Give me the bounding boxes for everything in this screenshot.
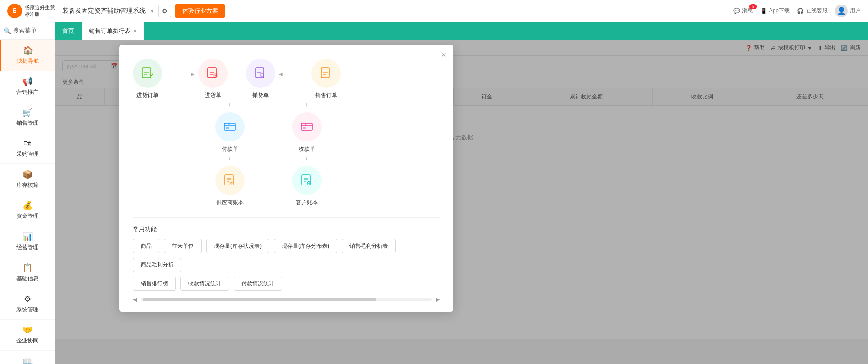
purchase-icon: 🛍 [23, 139, 32, 148]
purchase-bill-column: ↓ ¥ [215, 101, 245, 206]
sidebar-search[interactable]: 🔍 搜索菜单 [0, 22, 55, 40]
flow-node-receipt[interactable]: ¥ 收款单 [292, 112, 322, 153]
message-button[interactable]: 💬 消息 5 [733, 7, 753, 15]
system-icon: ⚙ [24, 294, 31, 304]
page-content: ❓ 帮助 🖨 按模板打印 ▼ ⬆ 导出 🔄 刷新 [55, 40, 868, 364]
arrow-down-pay: ↓ [229, 155, 231, 166]
func-btn-goods-profit[interactable]: 商品毛利分析 [133, 258, 181, 272]
sidebar-item-label: 基础信息 [16, 275, 38, 283]
basic-icon: 📋 [22, 263, 33, 273]
func-btn-receipt-stats[interactable]: 收款情况统计 [180, 277, 229, 291]
sales-order-circle [311, 59, 341, 88]
finance-icon: 💰 [22, 201, 33, 211]
svg-text:¥: ¥ [228, 123, 230, 126]
svg-rect-27 [301, 123, 312, 130]
modal-close-button[interactable]: × [441, 50, 446, 60]
func-btn-sales-rank[interactable]: 销售排行榜 [133, 277, 176, 291]
search-icon: 🔍 [4, 27, 11, 34]
receipt-circle: ¥ [292, 112, 322, 141]
sidebar-item-label: 资金管理 [16, 212, 38, 220]
common-functions-title: 常用功能 [133, 225, 440, 234]
sidebar-item-sales[interactable]: 🛒 销售管理 [0, 102, 55, 133]
user-button[interactable]: 👤 用户 [835, 5, 861, 17]
top-bar: 6 畅康通好生意 标准版 装备及固定资产辅助管理系统 ▼ ⚙ 体验行业方案 💬 … [0, 0, 868, 22]
flow-node-sales-order[interactable]: 销售订单 [311, 59, 341, 99]
flow-section-left: 进货订单 ▶ [133, 59, 341, 206]
sidebar-item-system[interactable]: ⚙ 系统管理 [0, 288, 55, 320]
payment-label: 付款单 [222, 145, 238, 153]
sidebar-item-collab[interactable]: 🤝 企业协同 [0, 320, 55, 351]
sidebar-item-quick-nav[interactable]: 🏠 快捷导航 [0, 40, 55, 71]
arrow-down-pb: ↓ [229, 101, 231, 112]
home-tab-label: 首页 [62, 27, 74, 35]
user-label: 用户 [850, 7, 861, 15]
sales-bill-column: ↓ ¥ [292, 101, 322, 206]
flow-node-customer-account[interactable]: 客户账本 [292, 166, 322, 206]
sidebar-item-operations[interactable]: 📊 经营管理 [0, 226, 55, 257]
message-badge: 5 [749, 4, 757, 9]
func-btn-goods[interactable]: 商品 [133, 239, 159, 253]
sales-order-tab-label: 销售订单执行表 [89, 27, 131, 35]
inventory-icon: 📦 [22, 169, 33, 179]
svg-text:+: + [214, 74, 217, 78]
tab-close-icon[interactable]: × [133, 28, 136, 34]
app-download-button[interactable]: 📱 App下载 [760, 7, 790, 15]
sidebar-item-basic[interactable]: 📋 基础信息 [0, 257, 55, 288]
logo-icon: 6 [7, 4, 22, 18]
flow-node-purchase-order[interactable]: 进货订单 [133, 59, 162, 99]
top-bar-right: 💬 消息 5 📱 App下载 🎧 在线客服 👤 用户 [733, 5, 861, 17]
modal-overlay: × [55, 40, 868, 364]
gear-button[interactable]: ⚙ [158, 5, 171, 17]
modal-box: × [119, 45, 453, 312]
sidebar-item-purchase[interactable]: 🛍 采购管理 [0, 133, 55, 164]
arrow-so-sb: ◀ [275, 71, 311, 76]
customer-account-circle [292, 166, 322, 195]
flow-diagram: 进货订单 ▶ [133, 59, 440, 206]
func-btn-contacts[interactable]: 往来单位 [164, 239, 202, 253]
scroll-nav: ◀ ▶ [133, 296, 440, 303]
common-functions: 常用功能 商品 往来单位 现存量(库存状况表) 现存量(库存分布表) 销售毛利分… [133, 217, 440, 291]
sidebar-item-label: 快捷导航 [17, 57, 39, 65]
scrollbar-track[interactable] [141, 298, 432, 301]
sidebar-item-inventory[interactable]: 📦 库存核算 [0, 164, 55, 195]
operations-icon: 📊 [22, 232, 33, 242]
sidebar-item-label: 营销推广 [16, 88, 38, 96]
sidebar-item-label: 企业协同 [16, 337, 38, 345]
top-bar-main: 装备及固定资产辅助管理系统 ▼ ⚙ 体验行业方案 [62, 4, 733, 18]
arrow-down-receipt: ↓ [306, 155, 308, 166]
sales-order-label: 销售订单 [315, 92, 337, 99]
func-btn-payment-stats[interactable]: 付款情况统计 [234, 277, 282, 291]
logo-text: 畅康通好生意 标准版 [25, 4, 55, 17]
quick-nav-icon: 🏠 [23, 45, 33, 55]
flow-middle-section: ↓ ¥ [153, 101, 322, 206]
func-btn-stock-status[interactable]: 现存量(库存状况表) [206, 239, 269, 253]
customer-account-label: 客户账本 [296, 199, 318, 206]
arrow-po-pb: ▶ [162, 71, 198, 76]
flow-node-purchase-bill[interactable]: + 进货单 [198, 59, 228, 99]
flow-node-sales-bill[interactable]: 销货单 [246, 59, 275, 99]
collab-icon: 🤝 [22, 325, 33, 335]
svg-rect-30 [303, 127, 306, 129]
tab-sales-order[interactable]: 销售订单执行表 × [82, 22, 144, 40]
flow-node-payment[interactable]: ¥ 付款单 [215, 112, 245, 153]
main-layout: 🔍 搜索菜单 🏠 快捷导航 📢 营销推广 🛒 销售管理 🛍 采购管理 📦 库存核… [0, 22, 868, 364]
sidebar-item-label: 销售管理 [16, 120, 38, 127]
title-dropdown-icon[interactable]: ▼ [149, 8, 155, 14]
trial-button[interactable]: 体验行业方案 [175, 4, 225, 18]
online-service-button[interactable]: 🎧 在线客服 [797, 7, 828, 15]
purchase-order-label: 进货订单 [136, 92, 158, 99]
sidebar-item-label: 系统管理 [16, 306, 38, 314]
func-btn-row-1: 商品 往来单位 现存量(库存状况表) 现存量(库存分布表) 销售毛利分析表 商品… [133, 239, 440, 272]
sidebar-item-finance[interactable]: 💰 资金管理 [0, 195, 55, 226]
func-btn-stock-dist[interactable]: 现存量(库存分布表) [274, 239, 337, 253]
sidebar-item-marketing[interactable]: 📢 营销推广 [0, 71, 55, 102]
tab-home[interactable]: 首页 [55, 22, 82, 40]
app-download-label: App下载 [769, 7, 790, 15]
svg-text:¥: ¥ [305, 123, 306, 126]
scrollbar-thumb [143, 298, 376, 301]
scroll-left-arrow[interactable]: ◀ [133, 296, 137, 303]
func-btn-sales-profit[interactable]: 销售毛利分析表 [342, 239, 396, 253]
sidebar-item-guide[interactable]: 📖 新手引导 [0, 351, 55, 364]
scroll-right-arrow[interactable]: ▶ [436, 296, 440, 303]
flow-node-supplier-account[interactable]: 本 供应商账本 [215, 166, 245, 206]
